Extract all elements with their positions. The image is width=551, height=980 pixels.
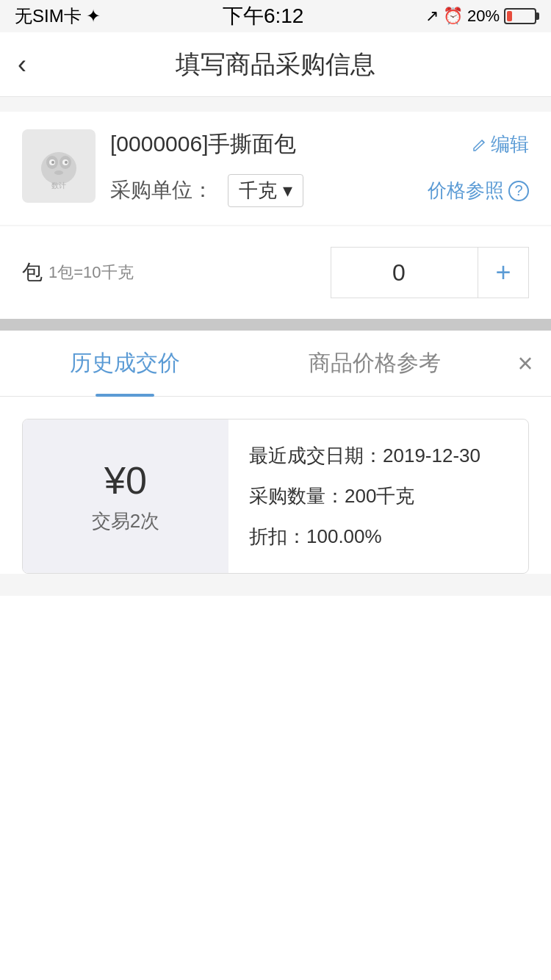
discount-value: 100.00%: [306, 525, 382, 547]
page-title: 填写商品采购信息: [176, 48, 375, 82]
status-time: 下午6:12: [223, 2, 304, 30]
status-bar: 无SIM卡 ✦ 下午6:12 ↗ ⏰ 20%: [0, 0, 551, 32]
svg-point-7: [54, 170, 63, 175]
edit-button[interactable]: 编辑: [472, 131, 529, 157]
svg-point-6: [65, 161, 68, 164]
product-image: 数计: [22, 129, 96, 203]
price-ref-help-icon: ?: [508, 181, 529, 201]
purchase-qty-label: 采购数量：: [249, 485, 345, 507]
purchase-qty-value: 200千克: [345, 485, 414, 507]
tab-product-price-ref[interactable]: 商品价格参考: [250, 331, 500, 397]
transaction-price-side: ¥0 交易2次: [23, 419, 228, 573]
quantity-label: 包 1包=10千克: [22, 259, 134, 287]
transaction-times: 交易2次: [92, 508, 159, 534]
alarm-icon: ⏰: [443, 7, 463, 26]
unit-icon: 包: [22, 259, 43, 287]
quantity-control: +: [331, 247, 529, 298]
recent-date-label: 最近成交日期：: [249, 444, 383, 466]
product-header: [0000006]手撕面包 编辑: [110, 129, 529, 159]
carrier-text: 无SIM卡 ✦: [15, 4, 101, 28]
recent-date-row: 最近成交日期：2019-12-30: [249, 442, 508, 470]
tab-active-indicator: [96, 394, 154, 397]
transaction-card: ¥0 交易2次 最近成交日期：2019-12-30 采购数量：200千克 折扣：…: [22, 419, 529, 574]
edit-label: 编辑: [491, 131, 529, 157]
nav-bar: ‹ 填写商品采购信息: [0, 32, 551, 97]
status-right: ↗ ⏰ 20%: [425, 7, 536, 26]
back-button[interactable]: ‹: [18, 49, 26, 80]
unit-dropdown[interactable]: 千克 ▾: [228, 174, 303, 207]
unit-conversion-hint: 1包=10千克: [48, 262, 134, 284]
price-reference-button[interactable]: 价格参照 ?: [428, 178, 529, 203]
dropdown-arrow-icon: ▾: [283, 179, 292, 202]
unit-label: 采购单位：: [110, 179, 213, 201]
unit-selector: 采购单位： 千克 ▾: [110, 174, 303, 207]
bottom-area: [0, 596, 551, 980]
svg-point-5: [51, 161, 54, 164]
svg-text:数计: 数计: [51, 181, 66, 190]
section-divider: [0, 319, 551, 331]
product-name: [0000006]手撕面包: [110, 129, 296, 159]
price-tabs: 历史成交价 商品价格参考 ×: [0, 331, 551, 397]
edit-icon: [472, 137, 488, 153]
purchase-qty-row: 采购数量：200千克: [249, 482, 508, 511]
quantity-section: 包 1包=10千克 +: [0, 226, 551, 319]
location-icon: ↗: [425, 7, 439, 26]
currency-symbol: ¥: [104, 459, 126, 502]
product-info: [0000006]手撕面包 编辑 采购单位： 千克 ▾ 价格参照 ?: [110, 129, 529, 207]
product-logo-icon: 数计: [33, 140, 84, 192]
recent-date-value: 2019-12-30: [383, 444, 480, 466]
unit-value: 千克: [239, 178, 277, 203]
tab-history-price[interactable]: 历史成交价: [0, 331, 250, 397]
tab-product-price-ref-label: 商品价格参考: [309, 348, 441, 378]
discount-row: 折扣：100.00%: [249, 522, 508, 551]
close-panel-button[interactable]: ×: [500, 331, 551, 397]
product-unit-row: 采购单位： 千克 ▾ 价格参照 ?: [110, 174, 529, 207]
transaction-price: ¥0: [104, 458, 147, 502]
quantity-plus-button[interactable]: +: [478, 247, 529, 298]
price-ref-label: 价格参照: [428, 178, 504, 203]
product-card: 数计 [0000006]手撕面包 编辑 采购单位： 千克 ▾: [0, 112, 551, 225]
battery-pct: 20%: [467, 7, 500, 26]
price-value: 0: [126, 459, 147, 502]
tab-history-price-label: 历史成交价: [70, 348, 180, 378]
status-left: 无SIM卡 ✦: [15, 4, 101, 28]
transaction-detail-side: 最近成交日期：2019-12-30 采购数量：200千克 折扣：100.00%: [228, 419, 528, 573]
battery-icon: [504, 8, 536, 24]
discount-label: 折扣：: [249, 525, 306, 547]
price-reference-panel: 历史成交价 商品价格参考 × ¥0 交易2次 最近成交日期：2019-12-30…: [0, 331, 551, 574]
quantity-input[interactable]: [331, 247, 478, 298]
svg-point-0: [41, 152, 76, 184]
